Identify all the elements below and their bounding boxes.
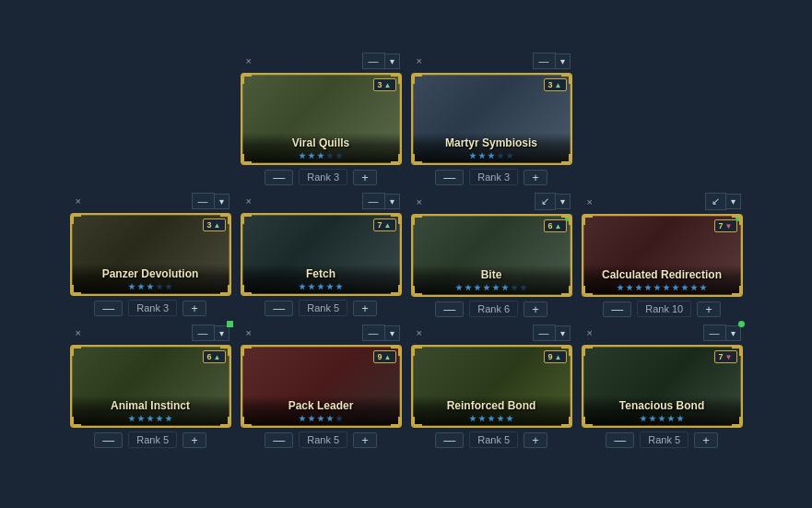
rank-minus-top[interactable]: — [703, 325, 726, 341]
rank-minus-top[interactable]: — [533, 325, 556, 341]
mod-top-controls: × — ▾ [70, 325, 231, 341]
rank-dropdown[interactable]: ▾ [556, 53, 571, 69]
mod-top-controls: × — ▾ [411, 53, 572, 69]
rank-dropdown[interactable]: ▾ [726, 194, 741, 209]
rank-minus-button[interactable]: — [94, 432, 123, 448]
mod-card[interactable]: 7 ▼ Calculated Redirection [582, 214, 743, 297]
star-5 [165, 283, 172, 290]
mod-name: Tenacious Bond [589, 399, 736, 412]
star-3 [317, 283, 324, 290]
star-7 [672, 284, 679, 291]
mod-grid: × — ▾ 3 ▲ Viral Quills [0, 43, 812, 465]
rank-dropdown[interactable]: ▾ [385, 325, 400, 341]
star-4 [156, 283, 163, 290]
star-5 [335, 415, 343, 422]
rank-plus-button[interactable]: + [353, 432, 377, 448]
rank-controls-bottom: — Rank 5 + [265, 300, 376, 316]
rank-dropdown[interactable]: ▾ [726, 325, 741, 341]
mod-card[interactable]: 6 ▲ Animal Instinct [70, 345, 231, 428]
rank-plus-button[interactable]: + [353, 170, 377, 185]
rank-minus-top[interactable]: — [362, 193, 385, 209]
close-button[interactable]: × [242, 54, 255, 67]
rank-plus-button[interactable]: + [694, 432, 718, 448]
star-5 [492, 284, 500, 291]
mod-top-controls: × — ▾ [241, 193, 402, 209]
close-button[interactable]: × [413, 326, 426, 339]
star-3 [147, 415, 154, 422]
rank-minus-top[interactable]: — [533, 53, 556, 69]
rank-plus-button[interactable]: + [524, 301, 547, 317]
star-10 [700, 284, 707, 291]
rank-minus-button[interactable]: — [435, 301, 464, 317]
mod-card[interactable]: 7 ▲ Fetch [241, 213, 402, 296]
mod-card[interactable]: 3 ▲ Viral Quills [241, 73, 402, 165]
mod-card[interactable]: 3 ▲ Martyr Symbiosis [411, 73, 572, 165]
rank-minus-button[interactable]: — [94, 301, 123, 316]
mod-label-area: Reinforced Bond [413, 396, 571, 426]
mod-card[interactable]: 6 ▲ Bite [411, 214, 572, 297]
close-button[interactable]: × [72, 326, 85, 339]
mod-animal-instinct: × — ▾ 6 ▲ Animal Instinct [70, 325, 231, 448]
star-8 [520, 284, 527, 291]
rank-minus-button[interactable]: — [603, 301, 631, 317]
mod-fetch: × — ▾ 7 ▲ Fetch [241, 193, 402, 317]
rank-dropdown[interactable]: ▾ [556, 325, 571, 341]
mod-label-area: Martyr Symbiosis [413, 133, 571, 163]
star-4 [483, 284, 490, 291]
mod-top-controls: × — ▾ [411, 325, 572, 341]
rank-dropdown[interactable]: ▾ [556, 194, 571, 209]
close-button[interactable]: × [72, 195, 85, 207]
rank-label: Rank 10 [637, 301, 691, 317]
rank-minus-button[interactable]: — [265, 170, 293, 185]
close-button[interactable]: × [583, 326, 596, 339]
rank-plus-button[interactable]: + [697, 301, 721, 317]
rank-minus-top[interactable]: — [192, 193, 215, 209]
star-2 [308, 152, 315, 159]
rank-minus-top[interactable]: — [362, 53, 385, 69]
star-5 [506, 152, 513, 159]
star-2 [626, 284, 633, 291]
rank-minus-button[interactable]: — [265, 301, 293, 316]
mod-top-controls: × ↙ ▾ [411, 193, 572, 210]
rank-controls-bottom: — Rank 3 + [435, 169, 547, 185]
mod-name: Martyr Symbiosis [418, 136, 565, 149]
rank-label: Rank 3 [128, 300, 177, 316]
mod-row-3: × — ▾ 6 ▲ Animal Instinct [18, 325, 794, 448]
rank-minus-top[interactable]: — [192, 325, 215, 341]
rank-minus-top[interactable]: ↙ [705, 193, 726, 210]
rank-dropdown[interactable]: ▾ [215, 194, 229, 209]
rank-plus-button[interactable]: + [182, 301, 206, 316]
mod-card[interactable]: 9 ▲ Pack Leader [241, 345, 402, 428]
rank-controls-top: — ▾ [192, 193, 229, 209]
star-7 [511, 284, 518, 291]
close-button[interactable]: × [242, 326, 255, 339]
rank-plus-button[interactable]: + [353, 301, 377, 316]
rank-minus-button[interactable]: — [435, 170, 464, 185]
rank-controls-bottom: — Rank 5 + [265, 431, 376, 448]
rank-minus-top[interactable]: ↙ [535, 193, 556, 210]
rank-dropdown[interactable]: ▾ [215, 325, 229, 341]
rank-plus-button[interactable]: + [182, 432, 206, 448]
rank-minus-button[interactable]: — [265, 432, 293, 448]
rank-dropdown[interactable]: ▾ [385, 53, 400, 69]
mod-card[interactable]: 3 ▲ Panzer Devolution [70, 213, 231, 296]
rank-plus-button[interactable]: + [524, 432, 547, 448]
mod-card[interactable]: 7 ▼ Tenacious Bond [582, 345, 743, 428]
mod-card[interactable]: 9 ▲ Reinforced Bond [411, 345, 572, 428]
rank-minus-button[interactable]: — [606, 432, 634, 448]
rank-controls-top: — ▾ [533, 53, 571, 69]
star-5 [335, 152, 343, 159]
rank-minus-top[interactable]: — [362, 325, 385, 341]
star-2 [137, 283, 145, 290]
rank-dropdown[interactable]: ▾ [385, 194, 400, 209]
close-button[interactable]: × [242, 195, 255, 207]
rank-minus-button[interactable]: — [435, 432, 464, 448]
rank-plus-button[interactable]: + [524, 170, 547, 185]
rank-label: Rank 3 [469, 169, 518, 185]
star-1 [299, 283, 306, 290]
close-button[interactable]: × [583, 195, 596, 208]
rank-label: Rank 5 [640, 431, 688, 448]
close-button[interactable]: × [413, 195, 426, 208]
close-button[interactable]: × [413, 54, 426, 67]
mod-label-area: Animal Instinct [72, 396, 229, 426]
